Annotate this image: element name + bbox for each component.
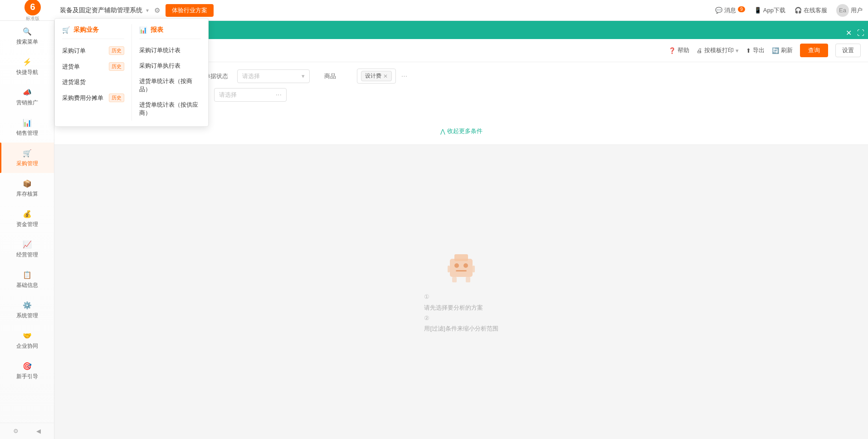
help-icon: ❓ xyxy=(668,47,676,54)
print-chevron-icon: ▾ xyxy=(736,47,739,54)
chart-icon: 📊 xyxy=(22,118,32,128)
logo-text: 标准版 xyxy=(26,15,39,22)
system-title: 装备及固定资产辅助管理系统 ▾ ⚙ xyxy=(60,6,160,15)
dropdown-item-purchase-order[interactable]: 采购订单 历史 xyxy=(62,43,124,59)
report-icon: 📊 xyxy=(139,26,147,34)
dropdown-item-inbound[interactable]: 进货单 历史 xyxy=(62,59,124,74)
app-label: App下载 xyxy=(763,6,785,15)
chevron-down-icon[interactable]: ▾ xyxy=(146,7,149,14)
sidebar-item-sales[interactable]: 📊 销售管理 xyxy=(0,112,54,143)
dropdown-item-inbound-stat-supplier[interactable]: 进货单统计表（按供应商） xyxy=(139,97,201,121)
salesperson-more-icon: ··· xyxy=(276,91,282,99)
goods-tag: 设计费 ✕ xyxy=(361,71,392,81)
print-label: 按模板打印 xyxy=(704,46,734,54)
sidebar-item-label: 系统管理 xyxy=(16,312,38,320)
refresh-icon: 🔄 xyxy=(772,47,779,54)
item-label: 采购订单执行表 xyxy=(139,62,180,70)
report-header-label: 报表 xyxy=(151,26,163,34)
app-download-btn[interactable]: 📱 App下载 xyxy=(754,6,785,15)
sidebar-item-label: 快捷导航 xyxy=(16,69,38,76)
search-icon: 🔍 xyxy=(22,26,32,36)
query-button[interactable]: 查询 xyxy=(800,44,828,57)
svg-rect-1 xyxy=(454,254,468,261)
svg-rect-4 xyxy=(456,270,467,271)
sidebar-item-basic[interactable]: 📋 基础信息 xyxy=(0,264,54,295)
history-badge: 历史 xyxy=(109,46,124,55)
dropdown-columns: 🛒 采购业务 采购订单 历史 进货单 历史 进货退货 采购费用分摊单 历史 📊 xyxy=(55,24,208,121)
close-window-icon[interactable]: ✕ xyxy=(846,29,852,37)
sidebar-settings-icon[interactable]: ⚙ xyxy=(13,428,19,434)
dropdown-item-expense[interactable]: 采购费用分摊单 历史 xyxy=(62,90,124,106)
sidebar-item-purchase[interactable]: 🛒 采购管理 xyxy=(0,143,54,173)
collapse-icon: ⋀ xyxy=(440,128,445,135)
sidebar-item-label: 库存核算 xyxy=(16,190,38,198)
list-icon: 📋 xyxy=(22,270,32,280)
avatar: Ea xyxy=(836,4,849,17)
sidebar: 🔍 搜索菜单 ⚡ 快捷导航 📣 营销推广 📊 销售管理 🛒 采购管理 📦 库存核… xyxy=(0,21,54,439)
dropdown-item-order-exec[interactable]: 采购订单执行表 xyxy=(139,58,201,74)
refresh-label: 刷新 xyxy=(781,46,793,54)
svg-rect-0 xyxy=(450,259,473,277)
message-btn[interactable]: 💬 消息 9 xyxy=(715,6,745,15)
empty-illustration xyxy=(439,250,484,286)
refresh-btn[interactable]: 🔄 刷新 xyxy=(772,46,793,54)
dropdown-item-order-stat[interactable]: 采购订单统计表 xyxy=(139,43,201,58)
collapse-label: 收起更多条件 xyxy=(447,127,483,135)
svg-point-3 xyxy=(463,263,468,268)
headset-icon: 🎧 xyxy=(795,7,802,14)
sidebar-item-inventory[interactable]: 📦 库存核算 xyxy=(0,173,54,203)
trend-icon: 📈 xyxy=(22,239,32,249)
goods-more-icon[interactable]: ··· xyxy=(401,72,407,80)
empty-text: ① 请先选择要分析的方案 ② 用[过滤]条件来缩小分析范围 xyxy=(424,291,498,334)
settings-button[interactable]: 设置 xyxy=(835,44,861,57)
salesperson-placeholder: 请选择 xyxy=(219,91,237,99)
dropdown-item-return[interactable]: 进货退货 xyxy=(62,74,124,90)
svg-rect-6 xyxy=(473,266,475,272)
goods-filter[interactable]: 设计费 ✕ xyxy=(357,69,396,84)
item-label: 采购订单统计表 xyxy=(139,46,180,54)
sidebar-item-finance[interactable]: 💰 资金管理 xyxy=(0,203,54,234)
help-btn[interactable]: ❓ 帮助 xyxy=(668,46,689,54)
lightning-icon: ⚡ xyxy=(22,57,32,67)
maximize-icon[interactable]: ⛶ xyxy=(857,29,864,37)
item-label: 进货单统计表（按供应商） xyxy=(139,101,201,117)
sidebar-item-enterprise[interactable]: 🤝 企业协同 xyxy=(0,325,54,355)
phone-icon: 📱 xyxy=(754,7,761,14)
service-label: 在线客服 xyxy=(804,6,827,15)
sidebar-item-operations[interactable]: 📈 经营管理 xyxy=(0,234,54,264)
print-btn[interactable]: 🖨 按模板打印 ▾ xyxy=(697,46,739,54)
export-label: 导出 xyxy=(753,46,765,54)
message-badge: 9 xyxy=(738,6,745,12)
export-btn[interactable]: ⬆ 导出 xyxy=(746,46,765,54)
sidebar-item-marketing[interactable]: 📣 营销推广 xyxy=(0,82,54,112)
user-area[interactable]: Ea 用户 xyxy=(836,4,863,17)
sidebar-item-label: 企业协同 xyxy=(16,342,38,350)
sidebar-collapse-icon[interactable]: ◀ xyxy=(36,428,41,434)
sidebar-item-label: 新手引导 xyxy=(16,373,38,380)
sidebar-item-search[interactable]: 🔍 搜索菜单 xyxy=(0,21,54,51)
money-icon: 💰 xyxy=(22,209,32,219)
top-right: 💬 消息 9 📱 App下载 🎧 在线客服 Ea 用户 xyxy=(715,4,863,17)
dropdown-item-inbound-stat-goods[interactable]: 进货单统计表（按商品） xyxy=(139,74,201,97)
sidebar-item-label: 销售管理 xyxy=(16,129,38,137)
item-label: 进货单 xyxy=(62,63,80,71)
industry-btn[interactable]: 体验行业方案 xyxy=(166,4,214,17)
goods-label: 商品 xyxy=(324,72,351,80)
empty-hint-1: ① 请先选择要分析的方案 xyxy=(424,291,498,313)
cart-icon: 🛒 xyxy=(22,148,32,158)
status-select[interactable]: 请选择 ▾ xyxy=(237,69,310,83)
gear-icon[interactable]: ⚙ xyxy=(154,6,160,15)
tag-remove-icon[interactable]: ✕ xyxy=(383,73,388,79)
empty-hint-2: ② 用[过滤]条件来缩小分析范围 xyxy=(424,313,498,334)
sidebar-item-system[interactable]: ⚙️ 系统管理 xyxy=(0,295,54,325)
service-btn[interactable]: 🎧 在线客服 xyxy=(795,6,827,15)
salesperson-select[interactable]: 请选择 ··· xyxy=(214,88,287,102)
sidebar-item-guide[interactable]: 🎯 新手引导 xyxy=(0,355,54,386)
item-label: 进货单统计表（按商品） xyxy=(139,77,201,94)
tab-bar-right: ✕ ⛶ xyxy=(846,29,864,39)
history-badge: 历史 xyxy=(109,62,124,71)
status-chevron-icon: ▾ xyxy=(302,73,305,79)
sidebar-item-label: 资金管理 xyxy=(16,221,38,228)
sidebar-item-quick[interactable]: ⚡ 快捷导航 xyxy=(0,51,54,82)
logo-icon: 6 xyxy=(24,0,41,15)
